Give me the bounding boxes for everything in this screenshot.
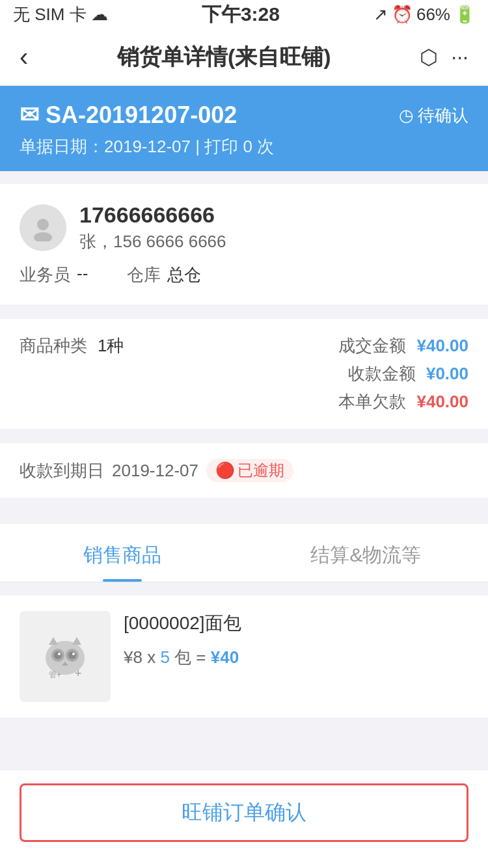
salesperson-label: 业务员 xyxy=(20,264,70,286)
nav-title: 销货单详情(来自旺铺) xyxy=(117,42,331,72)
order-id-text: SA-20191207-002 xyxy=(46,102,237,129)
summary-right: 成交金额 ¥40.00 收款金额 ¥0.00 本单欠款 ¥40.00 xyxy=(338,334,468,413)
order-id-row: ✉ SA-20191207-002 ◷ 待确认 xyxy=(20,102,468,129)
status-left: 无 SIM 卡 ☁ xyxy=(13,3,108,26)
summary-section: 商品种类 1种 成交金额 ¥40.00 收款金额 ¥0.00 本单欠款 ¥40.… xyxy=(0,319,488,429)
customer-phone: 17666666666 xyxy=(79,202,226,228)
location-icon: ↗ xyxy=(373,5,388,25)
tab-settlement[interactable]: 结算&物流等 xyxy=(244,524,488,582)
tab-products-label: 销售商品 xyxy=(83,544,161,565)
warehouse-value: 总仓 xyxy=(167,264,201,286)
customer-section: 17666666666 张，156 6666 6666 业务员 -- 仓库 总仓 xyxy=(0,184,488,305)
svg-point-1 xyxy=(34,232,52,241)
debt-amount-row: 本单欠款 ¥40.00 xyxy=(338,390,468,413)
tab-settlement-label: 结算&物流等 xyxy=(310,544,421,565)
avatar-icon xyxy=(29,214,57,241)
qty-unit: 包 xyxy=(174,647,191,667)
confirm-button[interactable]: 旺铺订单确认 xyxy=(20,783,468,842)
product-thumbnail: + 管+ xyxy=(20,611,111,702)
sim-label: 无 SIM 卡 ☁ xyxy=(13,3,108,26)
share-button[interactable]: ⬡ xyxy=(420,45,438,70)
product-type-label: 商品种类 xyxy=(20,334,87,357)
tab-products[interactable]: 销售商品 xyxy=(0,524,244,582)
deal-label: 成交金额 xyxy=(338,334,406,357)
order-status-text: 待确认 xyxy=(418,104,468,127)
nav-right: ⬡ ··· xyxy=(420,45,468,70)
overdue-badge: 🔴 已逾期 xyxy=(206,459,293,482)
svg-text:管+: 管+ xyxy=(49,670,61,679)
alarm-icon: ⏰ xyxy=(392,5,413,25)
battery-icon: 🔋 xyxy=(454,5,475,25)
bottom-bar: 旺铺订单确认 xyxy=(0,770,488,868)
divider-1 xyxy=(0,171,488,184)
overdue-icon: 🔴 xyxy=(215,461,235,480)
product-price-row: ¥8 x 5 包 = ¥40 xyxy=(124,646,241,669)
product-qty: 5 xyxy=(160,647,169,667)
product-total: ¥40 xyxy=(211,647,239,667)
receipt-amount: ¥0.00 xyxy=(426,364,468,384)
status-right: ↗ ⏰ 66% 🔋 xyxy=(373,5,475,25)
back-button[interactable]: ‹ xyxy=(20,42,28,72)
divider-3 xyxy=(0,430,488,443)
status-bar: 无 SIM 卡 ☁ 下午3:28 ↗ ⏰ 66% 🔋 xyxy=(0,0,488,29)
warehouse-item: 仓库 总仓 xyxy=(127,264,201,286)
product-name: [0000002]面包 xyxy=(124,611,241,636)
order-id: ✉ SA-20191207-002 xyxy=(20,102,237,129)
svg-point-0 xyxy=(37,219,49,230)
svg-point-5 xyxy=(58,653,61,655)
order-date: 单据日期：2019-12-07 | 打印 0 次 xyxy=(20,135,468,158)
order-header: ✉ SA-20191207-002 ◷ 待确认 单据日期：2019-12-07 … xyxy=(0,86,488,171)
customer-row: 17666666666 张，156 6666 6666 xyxy=(20,202,468,253)
status-clock-icon: ◷ xyxy=(399,105,414,126)
receipt-label: 收款金额 xyxy=(348,362,416,385)
summary-left: 商品种类 1种 xyxy=(20,334,124,357)
svg-point-7 xyxy=(68,651,76,659)
divider-2 xyxy=(0,306,488,319)
divider-4 xyxy=(0,511,488,524)
deal-amount: ¥40.00 xyxy=(416,336,468,356)
debt-amount: ¥40.00 xyxy=(416,392,468,412)
due-date-value: 2019-12-07 xyxy=(112,461,198,481)
customer-name: 张，156 6666 6666 xyxy=(79,230,226,253)
svg-point-4 xyxy=(54,651,62,659)
customer-info: 17666666666 张，156 6666 6666 xyxy=(79,202,226,253)
product-logo-svg: + 管+ xyxy=(36,631,94,683)
price-multiply: x xyxy=(147,647,160,667)
status-time: 下午3:28 xyxy=(202,1,280,28)
due-date-section: 收款到期日 2019-12-07 🔴 已逾期 xyxy=(0,443,488,498)
salesperson-value: -- xyxy=(77,264,88,286)
customer-meta: 业务员 -- 仓库 总仓 xyxy=(20,264,468,286)
battery-level: 66% xyxy=(416,5,450,25)
warehouse-label: 仓库 xyxy=(127,264,161,286)
nav-bar: ‹ 销货单详情(来自旺铺) ⬡ ··· xyxy=(0,29,488,86)
product-detail: [0000002]面包 ¥8 x 5 包 = ¥40 xyxy=(124,611,241,702)
equals: = xyxy=(196,647,210,667)
more-button[interactable]: ··· xyxy=(451,45,468,69)
order-status: ◷ 待确认 xyxy=(399,104,468,127)
order-icon: ✉ xyxy=(20,102,39,129)
product-type-value: 1种 xyxy=(98,334,124,357)
svg-point-8 xyxy=(72,653,75,655)
avatar xyxy=(20,204,66,251)
svg-text:+: + xyxy=(75,667,82,680)
product-price: ¥8 xyxy=(124,647,142,667)
deal-amount-row: 成交金额 ¥40.00 xyxy=(338,334,468,357)
due-date-label: 收款到期日 xyxy=(20,459,104,482)
owl-logo: + 管+ xyxy=(36,631,94,683)
overdue-label: 已逾期 xyxy=(237,460,284,481)
product-item: + 管+ [0000002]面包 ¥8 x 5 包 = ¥40 xyxy=(0,595,488,718)
svg-marker-11 xyxy=(72,637,81,645)
debt-label: 本单欠款 xyxy=(338,390,406,413)
salesperson-item: 业务员 -- xyxy=(20,264,88,286)
back-icon: ‹ xyxy=(20,42,28,71)
receipt-amount-row: 收款金额 ¥0.00 xyxy=(348,362,468,385)
svg-marker-10 xyxy=(49,637,58,645)
tabs: 销售商品 结算&物流等 xyxy=(0,524,488,582)
